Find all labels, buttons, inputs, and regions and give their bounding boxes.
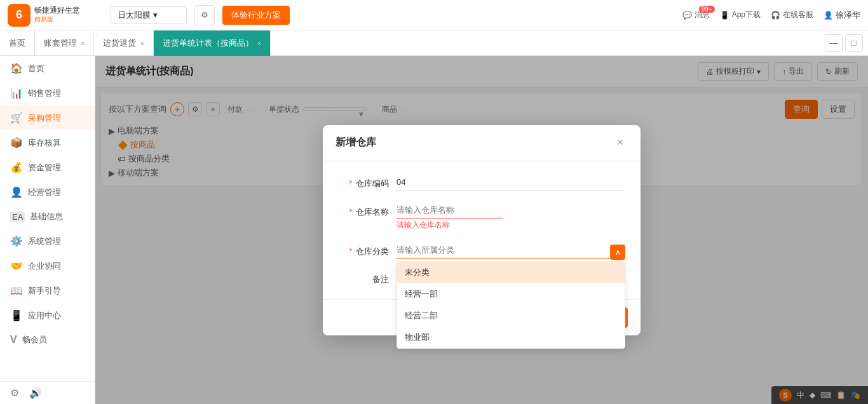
modal-close-button[interactable]: × bbox=[613, 135, 628, 151]
sidebar-item-operations[interactable]: 👤 经营管理 bbox=[0, 180, 95, 205]
store-name: 日太阳膜 bbox=[118, 10, 151, 21]
tab-return[interactable]: 进货退货 × bbox=[94, 30, 153, 56]
sidebar-item-vip[interactable]: V 畅会员 bbox=[0, 328, 95, 352]
warehouse-code-field: * 仓库编码 bbox=[338, 174, 625, 191]
tab-account-label: 账套管理 bbox=[44, 37, 77, 49]
maximize-icon: □ bbox=[851, 38, 857, 48]
modal-new-warehouse: 新增仓库 × * 仓库编码 bbox=[323, 125, 641, 335]
top-header: 6 畅捷通好生意 精易版 日太阳膜 ▾ ⚙ 体验行业方案 💬 消息 99+ 📱 … bbox=[0, 0, 868, 30]
message-icon: 💬 bbox=[682, 11, 692, 20]
settings-bottom-icon[interactable]: ⚙ bbox=[10, 387, 19, 399]
messages-button[interactable]: 💬 消息 99+ bbox=[682, 10, 710, 20]
category-label: * 仓库分类 bbox=[338, 242, 389, 257]
sidebar-sales-label: 销售管理 bbox=[28, 88, 61, 99]
modal-header: 新增仓库 × bbox=[323, 125, 641, 161]
sidebar-item-finance[interactable]: 💰 资金管理 bbox=[0, 155, 95, 180]
headset-icon: 🎧 bbox=[771, 11, 780, 20]
code-label: * 仓库编码 bbox=[338, 174, 389, 189]
sidebar-inventory-label: 库存核算 bbox=[28, 137, 61, 149]
sidebar-item-enterprise[interactable]: 🤝 企业协同 bbox=[0, 253, 95, 278]
name-label: * 仓库名称 bbox=[338, 203, 389, 218]
tab-stats-close[interactable]: × bbox=[257, 39, 261, 47]
dropdown-item-dept1[interactable]: 经营一部 bbox=[397, 283, 625, 305]
sidebar-operations-label: 经营管理 bbox=[28, 187, 61, 198]
enterprise-icon: 🤝 bbox=[10, 260, 23, 272]
category-dropdown-list: 未分类 经营一部 经营二部 物业部 bbox=[397, 261, 625, 349]
tab-return-label: 进货退货 bbox=[103, 37, 136, 49]
close-icon: × bbox=[617, 136, 624, 149]
store-selector[interactable]: 日太阳膜 ▾ bbox=[111, 6, 187, 24]
sidebar-item-home[interactable]: 🏠 首页 bbox=[0, 56, 95, 81]
tab-home-label: 首页 bbox=[9, 37, 25, 49]
app-tag: 精易版 bbox=[34, 15, 80, 24]
sidebar-appcenter-label: 应用中心 bbox=[28, 310, 61, 321]
online-service-button[interactable]: 🎧 在线客服 bbox=[771, 10, 813, 20]
modal-title: 新增仓库 bbox=[336, 136, 376, 149]
sidebar-guide-label: 新手引导 bbox=[28, 285, 61, 297]
sidebar-item-inventory[interactable]: 📦 库存核算 bbox=[0, 130, 95, 155]
message-badge: 99+ bbox=[699, 6, 715, 13]
dropdown-arrow-icon: ▾ bbox=[153, 10, 158, 20]
sidebar-vip-label: 畅会员 bbox=[22, 334, 47, 346]
sidebar-item-system[interactable]: ⚙️ 系统管理 bbox=[0, 229, 95, 253]
name-error-message: 请输入仓库名称 bbox=[397, 220, 450, 231]
name-input[interactable] bbox=[397, 202, 503, 219]
gear-button[interactable]: ⚙ bbox=[194, 5, 215, 25]
sidebar-item-basic-info[interactable]: EA 基础信息 bbox=[0, 205, 95, 229]
remark-label: 备注 bbox=[338, 270, 389, 285]
tab-home[interactable]: 首页 bbox=[0, 30, 35, 56]
tab-return-close[interactable]: × bbox=[140, 39, 144, 47]
code-input[interactable] bbox=[397, 174, 625, 191]
tab-maximize-button[interactable]: □ bbox=[845, 34, 863, 52]
category-dropdown-button[interactable]: ∧ bbox=[610, 245, 625, 260]
dropdown-item-dept2[interactable]: 经营二部 bbox=[397, 305, 625, 327]
category-input[interactable] bbox=[397, 242, 625, 259]
sidebar-purchase-label: 采购管理 bbox=[28, 112, 61, 124]
modal-overlay: 新增仓库 × * 仓库编码 bbox=[95, 56, 868, 404]
tab-stats[interactable]: 进货单统计表（按商品） × bbox=[154, 30, 271, 56]
tab-stats-label: 进货单统计表（按商品） bbox=[163, 37, 254, 49]
app-name: 畅捷通好生意 bbox=[34, 6, 80, 16]
finance-icon: 💰 bbox=[10, 161, 23, 173]
dropdown-item-property[interactable]: 物业部 bbox=[397, 327, 625, 348]
chevron-up-icon: ∧ bbox=[615, 248, 621, 257]
sidebar-item-sales[interactable]: 📊 销售管理 bbox=[0, 81, 95, 105]
home-icon: 🏠 bbox=[10, 62, 23, 74]
system-icon: ⚙️ bbox=[10, 235, 23, 247]
operations-icon: 👤 bbox=[10, 186, 23, 198]
user-menu[interactable]: 👤 徐泽华 bbox=[824, 10, 860, 21]
logo-area: 6 畅捷通好生意 精易版 bbox=[8, 4, 103, 27]
trial-button[interactable]: 体验行业方案 bbox=[222, 6, 290, 25]
tab-account[interactable]: 账套管理 × bbox=[35, 30, 94, 56]
inventory-icon: 📦 bbox=[10, 137, 23, 149]
main-layout: 🏠 首页 📊 销售管理 🛒 采购管理 📦 库存核算 💰 资金管理 👤 经营管理 … bbox=[0, 56, 868, 404]
sidebar-item-appcenter[interactable]: 📱 应用中心 bbox=[0, 303, 95, 328]
gear-icon: ⚙ bbox=[201, 10, 208, 20]
phone-icon: 📱 bbox=[720, 11, 729, 20]
online-service-label: 在线客服 bbox=[783, 10, 813, 20]
content-area: 进货单统计(按商品) 🖨 按模板打印 ▾ ↑ 导出 ↻ 刷新 bbox=[95, 56, 868, 404]
modal-body: * 仓库编码 * 仓库名称 bbox=[323, 161, 641, 299]
minimize-icon: — bbox=[830, 38, 838, 48]
sales-icon: 📊 bbox=[10, 87, 23, 99]
sidebar-system-label: 系统管理 bbox=[28, 236, 61, 247]
tab-minimize-button[interactable]: — bbox=[825, 34, 843, 52]
sidebar-basic-info-label: 基础信息 bbox=[30, 211, 63, 222]
tab-bar: 首页 账套管理 × 进货退货 × 进货单统计表（按商品） × — □ bbox=[0, 30, 868, 56]
guide-icon: 📖 bbox=[10, 285, 23, 297]
sidebar-item-guide[interactable]: 📖 新手引导 bbox=[0, 278, 95, 303]
sidebar-finance-label: 资金管理 bbox=[28, 162, 61, 173]
volume-icon[interactable]: 🔊 bbox=[29, 387, 42, 399]
app-download-label: App下载 bbox=[732, 10, 761, 20]
dropdown-item-uncategorized[interactable]: 未分类 bbox=[397, 262, 625, 283]
basic-info-icon: EA bbox=[10, 212, 25, 222]
purchase-icon: 🛒 bbox=[10, 112, 23, 124]
sidebar: 🏠 首页 📊 销售管理 🛒 采购管理 📦 库存核算 💰 资金管理 👤 经营管理 … bbox=[0, 56, 95, 404]
vip-icon: V bbox=[10, 334, 17, 346]
tab-account-close[interactable]: × bbox=[81, 39, 85, 47]
header-right: 💬 消息 99+ 📱 App下载 🎧 在线客服 👤 徐泽华 bbox=[682, 10, 860, 21]
app-download-button[interactable]: 📱 App下载 bbox=[720, 10, 761, 20]
sidebar-enterprise-label: 企业协同 bbox=[28, 260, 61, 272]
sidebar-item-purchase[interactable]: 🛒 采购管理 bbox=[0, 105, 95, 130]
category-select-wrap: ∧ 未分类 经营一部 经营二部 物业部 bbox=[397, 242, 625, 259]
